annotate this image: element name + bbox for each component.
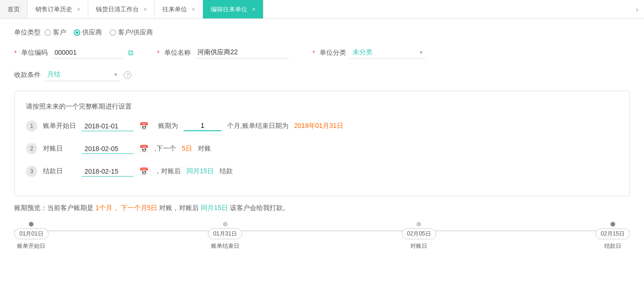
radio-supplier-label: 供应商 bbox=[82, 28, 102, 37]
reconcile-day-highlight: 5日 bbox=[182, 144, 192, 153]
tab-home[interactable]: 首页 bbox=[0, 0, 28, 18]
radio-supplier[interactable]: 供应商 bbox=[74, 28, 102, 37]
period-end-date: 2018年01月31日 bbox=[294, 122, 343, 130]
payment-terms-select[interactable]: 月结 ▾ bbox=[44, 68, 120, 81]
tab-cash-work[interactable]: 钱货日清工作台 × bbox=[88, 0, 155, 18]
unit-type-radio-group: 客户 供应商 客户/供应商 bbox=[44, 28, 153, 37]
radio-customer-supplier-circle bbox=[110, 29, 116, 36]
start-date-calendar-icon[interactable]: 📅 bbox=[139, 122, 149, 131]
settings-row-1: 1 账单开始日 📅 账期为 个月,账单结束日期为 2018年01月31日 bbox=[26, 120, 618, 132]
unit-category-required: * bbox=[313, 49, 315, 57]
radio-customer[interactable]: 客户 bbox=[44, 28, 66, 37]
unit-info-row: * 单位编码 ⧉ * 单位名称 * 单位分类 未分类 ▾ bbox=[14, 46, 630, 59]
panel-title: 请按照未来的一个完整帐期进行设置 bbox=[26, 102, 618, 111]
tl-dot-reconcile bbox=[416, 222, 421, 227]
reconcile-date-calendar-icon[interactable]: 📅 bbox=[139, 144, 149, 153]
help-icon[interactable]: ? bbox=[124, 71, 131, 79]
payment-date-calendar-icon[interactable]: 📅 bbox=[139, 167, 149, 176]
preview-period: 1个月， bbox=[95, 204, 119, 211]
tab-more-button[interactable]: › bbox=[630, 5, 644, 14]
payment-terms-value: 月结 bbox=[47, 70, 111, 79]
period-unit-label: 个月,账单结束日期为 bbox=[227, 122, 288, 130]
tl-badge-start: 01月01日 bbox=[14, 228, 49, 239]
unit-name-label: 单位名称 bbox=[164, 49, 191, 57]
tab-partner-unit[interactable]: 往来单位 × bbox=[155, 0, 203, 18]
timeline-point-payment: 02月15日 结款日 bbox=[595, 222, 630, 250]
payment-row: 收款条件 月结 ▾ ? bbox=[14, 68, 630, 81]
unit-category-select[interactable]: 未分类 ▾ bbox=[350, 46, 425, 59]
reconcile-date-input[interactable] bbox=[82, 144, 134, 154]
tl-label-reconcile: 对账日 bbox=[410, 242, 427, 250]
row-num-2: 2 bbox=[26, 143, 37, 154]
preview-label: 账期预览：当前客户账期是 bbox=[14, 204, 93, 211]
payment-terms-label: 收款条件 bbox=[14, 71, 41, 79]
preview-payment: 同月15日 bbox=[201, 204, 228, 211]
unit-code-input[interactable] bbox=[51, 47, 122, 59]
period-input[interactable] bbox=[184, 121, 221, 131]
tl-badge-reconcile: 02月05日 bbox=[402, 228, 436, 239]
tl-badge-end: 01月31日 bbox=[208, 228, 242, 239]
unit-code-field: * 单位编码 ⧉ bbox=[14, 47, 133, 59]
tab-partner-unit-label: 往来单位 bbox=[162, 5, 187, 14]
timeline-point-end: 01月31日 账单结束日 bbox=[208, 222, 242, 250]
preview-text: 账期预览：当前客户账期是 1个月， 下一个月5日 对账，对账后 同月15日 该客… bbox=[14, 204, 630, 212]
unit-type-label: 单位类型 bbox=[14, 28, 41, 37]
row-label-3: 结款日 bbox=[43, 167, 76, 176]
tl-dot-start bbox=[29, 222, 34, 227]
row-label-2: 对账日 bbox=[43, 144, 76, 153]
tab-edit-partner-close[interactable]: × bbox=[252, 6, 255, 13]
unit-category-arrow: ▾ bbox=[420, 49, 423, 56]
tl-label-start: 账单开始日 bbox=[17, 242, 45, 250]
payment-desc-before: ，对账后 bbox=[154, 167, 181, 176]
payment-terms-arrow: ▾ bbox=[114, 71, 117, 78]
copy-icon[interactable]: ⧉ bbox=[128, 49, 133, 57]
tab-bar: 首页 销售订单历史 × 钱货日清工作台 × 往来单位 × 编辑往来单位 × › bbox=[0, 0, 644, 19]
settings-panel: 请按照未来的一个完整帐期进行设置 1 账单开始日 📅 账期为 个月,账单结束日期… bbox=[14, 91, 630, 196]
radio-supplier-circle bbox=[74, 29, 80, 36]
start-date-input[interactable] bbox=[82, 121, 134, 131]
tab-sales-history-close[interactable]: × bbox=[77, 6, 80, 13]
row-num-1: 1 bbox=[26, 120, 37, 132]
tab-home-label: 首页 bbox=[8, 5, 20, 14]
settings-row-3: 3 结款日 📅 ，对账后 同月15日 结款 bbox=[26, 166, 618, 177]
unit-type-field: 单位类型 客户 供应商 客户/供应商 bbox=[14, 28, 153, 37]
tab-sales-history-label: 销售订单历史 bbox=[35, 5, 72, 14]
payment-date-input[interactable] bbox=[82, 167, 134, 177]
unit-name-field: * 单位名称 bbox=[157, 47, 288, 59]
preview-end: 该客户会给我打款。 bbox=[230, 204, 289, 211]
unit-code-label: 单位编码 bbox=[21, 49, 48, 57]
row-label-1: 账单开始日 bbox=[43, 122, 76, 130]
reconcile-desc-after: 对账 bbox=[198, 144, 211, 153]
row-num-3: 3 bbox=[26, 166, 37, 177]
period-before-label: 账期为 bbox=[154, 122, 178, 130]
payment-day-highlight: 同月15日 bbox=[186, 167, 214, 176]
radio-customer-supplier[interactable]: 客户/供应商 bbox=[110, 28, 153, 37]
unit-category-value: 未分类 bbox=[353, 48, 417, 57]
radio-customer-label: 客户 bbox=[53, 28, 66, 37]
unit-type-row: 单位类型 客户 供应商 客户/供应商 bbox=[14, 28, 630, 37]
tab-cash-work-close[interactable]: × bbox=[144, 6, 147, 13]
preview-reconcile: 下一个月5日 bbox=[121, 204, 158, 211]
unit-name-required: * bbox=[157, 49, 159, 57]
payment-terms-field: 收款条件 月结 ▾ ? bbox=[14, 68, 131, 81]
tl-dot-end bbox=[223, 222, 228, 227]
tab-sales-history[interactable]: 销售订单历史 × bbox=[28, 0, 88, 18]
radio-customer-supplier-label: 客户/供应商 bbox=[118, 28, 153, 37]
unit-category-label: 单位分类 bbox=[320, 49, 346, 57]
unit-name-input[interactable] bbox=[195, 47, 289, 59]
timeline-point-reconcile: 02月05日 对账日 bbox=[402, 222, 436, 250]
timeline-points: 01月01日 账单开始日 01月31日 账单结束日 02月05日 对账日 02月… bbox=[14, 222, 630, 250]
timeline-point-start: 01月01日 账单开始日 bbox=[14, 222, 49, 250]
tab-edit-partner[interactable]: 编辑往来单位 × bbox=[203, 0, 263, 18]
payment-desc-after: 结款 bbox=[220, 167, 233, 176]
unit-category-field: * 单位分类 未分类 ▾ bbox=[313, 46, 425, 59]
tl-label-payment: 结款日 bbox=[604, 242, 621, 250]
tab-partner-unit-close[interactable]: × bbox=[192, 6, 195, 13]
timeline: 01月01日 账单开始日 01月31日 账单结束日 02月05日 对账日 02月… bbox=[14, 222, 630, 250]
tab-cash-work-label: 钱货日清工作台 bbox=[96, 5, 139, 14]
settings-row-2: 2 对账日 📅 ,下一个 5日 对账 bbox=[26, 143, 618, 154]
preview-middle: 对账，对账后 bbox=[159, 204, 199, 211]
tl-label-end: 账单结束日 bbox=[211, 242, 239, 250]
tab-edit-partner-label: 编辑往来单位 bbox=[211, 5, 247, 14]
unit-code-required: * bbox=[14, 49, 17, 57]
